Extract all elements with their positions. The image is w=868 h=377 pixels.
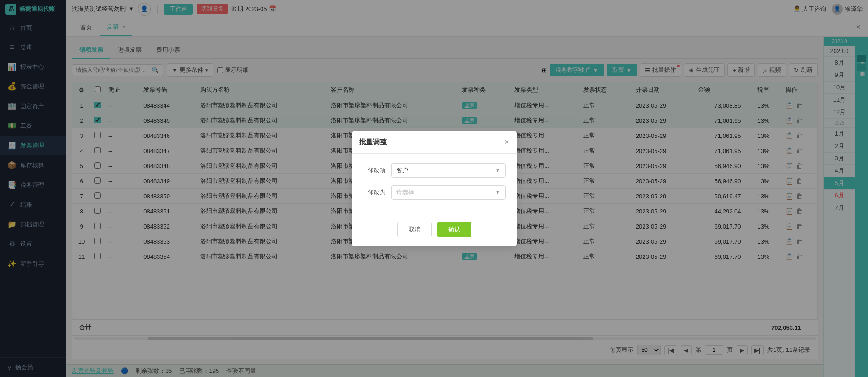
modify-to-select[interactable]: 请选择 ▼: [391, 185, 506, 200]
modify-field-value: 客户: [396, 166, 408, 175]
cancel-button[interactable]: 取消: [397, 222, 432, 237]
modal-overlay: 批量调整 × 修改项 客户 ▼ 修改为 请选择 ▼ 取消 确认: [0, 0, 868, 377]
modal-close-button[interactable]: ×: [504, 137, 509, 147]
modify-field-arrow-icon: ▼: [495, 167, 501, 174]
modal-body: 修改项 客户 ▼ 修改为 请选择 ▼: [352, 154, 517, 216]
modify-to-label: 修改为: [363, 188, 386, 197]
modal-title: 批量调整: [359, 138, 387, 147]
modal-footer: 取消 确认: [352, 216, 517, 246]
modify-to-placeholder: 请选择: [396, 188, 414, 197]
modify-to-row: 修改为 请选择 ▼: [363, 185, 506, 200]
batch-adjust-modal: 批量调整 × 修改项 客户 ▼ 修改为 请选择 ▼ 取消 确认: [352, 131, 517, 246]
modify-field-label: 修改项: [363, 166, 386, 175]
confirm-button[interactable]: 确认: [437, 222, 471, 237]
modify-field-row: 修改项 客户 ▼: [363, 163, 506, 178]
modify-to-arrow-icon: ▼: [495, 189, 501, 196]
modal-header: 批量调整 ×: [352, 131, 517, 154]
modify-field-select[interactable]: 客户 ▼: [391, 163, 506, 178]
